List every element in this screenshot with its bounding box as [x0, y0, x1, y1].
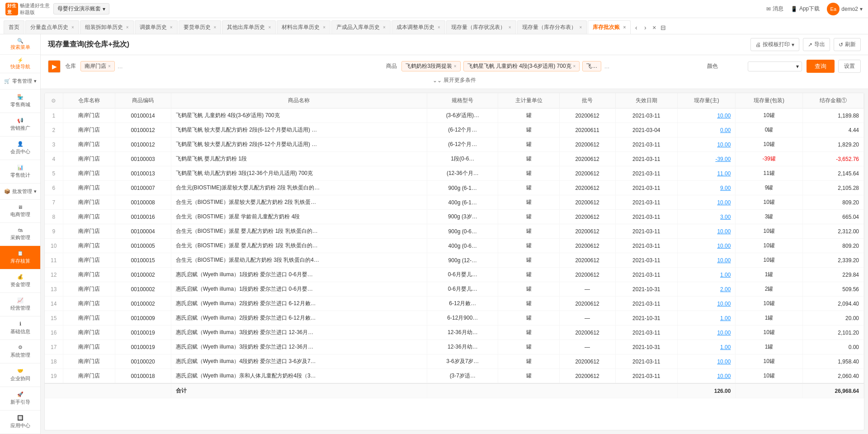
- cell-name: 惠氏启赋（Wyeth illuma）1段奶粉 爱尔兰进口 0-6月婴…: [171, 282, 427, 297]
- cell-unit: 罐: [498, 282, 559, 297]
- cell-qty-main[interactable]: 10.00: [678, 137, 736, 152]
- cell-qty-main[interactable]: 10.00: [678, 297, 736, 311]
- product-tag-2[interactable]: 飞鹤星飞帆 儿童奶粉 4段(3-6岁适用) 700克 ×: [463, 61, 580, 71]
- sidebar-item-collab[interactable]: 🤝 企业协同: [0, 363, 40, 387]
- cell-unit: 罐: [498, 210, 559, 224]
- breadcrumb-select[interactable]: 母婴行业演示账套 ▾: [53, 3, 109, 14]
- product-more-btn[interactable]: …: [604, 63, 609, 70]
- sidebar-item-finance[interactable]: 💰 资金管理: [0, 269, 40, 293]
- tab-close-icon[interactable]: ×: [623, 25, 626, 30]
- sidebar-item-app-center[interactable]: 🔲 应用中心: [0, 410, 40, 434]
- chevron-down-icon: ▾: [103, 6, 105, 12]
- row-number: 18: [45, 354, 63, 369]
- tab-3[interactable]: 调拨单历史 ×: [135, 20, 178, 34]
- tab-8[interactable]: 成本调整单历史 ×: [392, 20, 445, 34]
- tab-menu-btn[interactable]: ⊟: [659, 21, 668, 34]
- col-spec: 规格型号: [427, 93, 498, 108]
- table-row: 12 南岸门店 00100002 惠氏启赋（Wyeth illuma）1段奶粉 …: [45, 268, 864, 282]
- message-btn[interactable]: ✉ 消息: [766, 5, 783, 13]
- cell-qty-main[interactable]: 10.00: [678, 326, 736, 340]
- tab-7[interactable]: 产成品入库单历史 ×: [331, 20, 391, 34]
- sidebar-item-inventory[interactable]: 📋 库存核算: [0, 246, 40, 269]
- sidebar-item-members[interactable]: 👤 会员中心: [0, 137, 40, 160]
- tab-10[interactable]: 现存量（库存分布表） ×: [517, 20, 587, 34]
- tab-1[interactable]: 分量盘点单历史 ×: [25, 20, 79, 34]
- cell-qty-main[interactable]: 11.00: [678, 166, 736, 181]
- sidebar-item-system[interactable]: ⚙ 系统管理: [0, 340, 40, 363]
- sidebar-item-purchase[interactable]: 🛍 采购管理: [0, 223, 40, 246]
- tab-close-all-btn[interactable]: ×: [650, 21, 659, 34]
- color-dropdown[interactable]: ▾: [748, 61, 802, 71]
- tab-close-icon[interactable]: ×: [214, 25, 217, 30]
- table-row: 4 南岸门店 00100003 飞鹤星飞帆 婴儿配方奶粉 1段 1段(0-6… …: [45, 152, 864, 166]
- sidebar-search[interactable]: 🔍 搜索菜单: [0, 34, 40, 55]
- app-download-btn[interactable]: 📱 App下载: [791, 5, 820, 13]
- cell-qty-main[interactable]: -39.00: [678, 152, 736, 166]
- cell-qty-main[interactable]: 10.00: [678, 195, 736, 210]
- cell-qty-main[interactable]: 1.00: [678, 340, 736, 354]
- cell-qty-main[interactable]: 10.00: [678, 239, 736, 253]
- warehouse-tag[interactable]: 南岸门店 ×: [80, 61, 115, 71]
- cell-name: 合生元（BIOSTIME）派星 婴儿配方奶粉 1段 乳铁蛋白的…: [171, 239, 427, 253]
- settings-icon[interactable]: ⚙: [51, 98, 56, 104]
- cell-qty-main[interactable]: 9.00: [678, 181, 736, 195]
- tag-close-icon[interactable]: ×: [573, 64, 576, 69]
- tab-next-btn[interactable]: ›: [641, 21, 650, 34]
- refresh-btn[interactable]: ↺ 刷新: [834, 38, 861, 51]
- query-btn[interactable]: 查询: [807, 60, 835, 73]
- tab-4[interactable]: 要货单历史 ×: [179, 20, 222, 34]
- tab-close-icon[interactable]: ×: [383, 25, 386, 30]
- tab-prev-btn[interactable]: ‹: [632, 21, 641, 34]
- product-tag-1[interactable]: 飞鹤奶粉3段两提装 ×: [401, 61, 461, 71]
- tab-close-icon[interactable]: ×: [509, 25, 511, 30]
- cell-qty-main[interactable]: 10.00: [678, 369, 736, 384]
- cell-qty-main[interactable]: 1.00: [678, 268, 736, 282]
- product-tag-3[interactable]: 飞…: [582, 61, 601, 71]
- tab-11-active[interactable]: 库存批次账 ×: [588, 20, 631, 34]
- sidebar-item-retail-mall[interactable]: 🏪 零售商城: [0, 90, 40, 113]
- cell-qty-main[interactable]: 2.00: [678, 282, 736, 297]
- tab-close-icon[interactable]: ×: [438, 25, 440, 30]
- expand-conditions-btn[interactable]: ⌄⌄ 展开更多条件: [48, 76, 861, 84]
- chevron-down-icon: ▾: [860, 6, 863, 12]
- col-expiry: 失效日期: [615, 93, 677, 108]
- tab-close-icon[interactable]: ×: [170, 25, 173, 30]
- cell-qty-main[interactable]: 3.00: [678, 210, 736, 224]
- sidebar-quick-nav[interactable]: ⚡ 快捷导航: [0, 55, 40, 73]
- user-menu[interactable]: Ea demo2 ▾: [827, 3, 863, 15]
- cell-expiry: 2021-03-11: [615, 268, 677, 282]
- tab-close-icon[interactable]: ×: [126, 25, 129, 30]
- cell-qty-main[interactable]: 1.00: [678, 311, 736, 326]
- cell-qty-main[interactable]: 10.00: [678, 108, 736, 123]
- tab-6[interactable]: 材料出库单历史 ×: [277, 20, 330, 34]
- tab-2[interactable]: 组装拆卸单历史 ×: [80, 20, 134, 34]
- sidebar-item-guide[interactable]: 🚀 新手引导: [0, 387, 40, 410]
- tab-home[interactable]: 首页: [4, 20, 24, 34]
- tab-close-icon[interactable]: ×: [71, 25, 74, 30]
- sidebar-item-ecommerce[interactable]: 🖥 电商管理: [0, 200, 40, 223]
- tab-9[interactable]: 现存量（库存状况表） ×: [446, 20, 516, 34]
- cell-qty-main[interactable]: 10.00: [678, 253, 736, 268]
- tag-close-icon[interactable]: ×: [108, 64, 111, 69]
- cell-qty-main[interactable]: 0.00: [678, 123, 736, 137]
- tag-close-icon[interactable]: ×: [454, 64, 457, 69]
- sidebar-item-marketing[interactable]: 📢 营销推广: [0, 113, 40, 137]
- setting-btn[interactable]: 设置: [838, 60, 861, 73]
- cell-qty-main[interactable]: 10.00: [678, 354, 736, 369]
- filter-more-btn[interactable]: …: [118, 63, 123, 70]
- sidebar-item-retail-mgmt[interactable]: 🛒 零售管理 ▾: [0, 73, 40, 90]
- sidebar-item-retail-stats[interactable]: 📊 零售统计: [0, 160, 40, 184]
- template-print-btn[interactable]: 🖨 按模板打印 ▾: [750, 38, 799, 51]
- tab-close-icon[interactable]: ×: [323, 25, 326, 30]
- cell-warehouse: 南岸门店: [63, 181, 115, 195]
- tab-close-icon[interactable]: ×: [268, 25, 271, 30]
- cell-batch: 20200611: [559, 123, 615, 137]
- sidebar-item-wholesale[interactable]: 📦 批发管理 ▾: [0, 184, 40, 200]
- export-btn[interactable]: ↗ 导出: [803, 38, 830, 51]
- tab-5[interactable]: 其他出库单历史 ×: [222, 20, 276, 34]
- filter-nav-btn[interactable]: ▶: [48, 60, 61, 73]
- cell-qty-main[interactable]: 10.00: [678, 224, 736, 239]
- sidebar-item-basic-info[interactable]: ℹ 基础信息: [0, 316, 40, 340]
- tab-close-icon[interactable]: ×: [580, 25, 582, 30]
- sidebar-item-operations[interactable]: 📈 经营管理: [0, 293, 40, 316]
